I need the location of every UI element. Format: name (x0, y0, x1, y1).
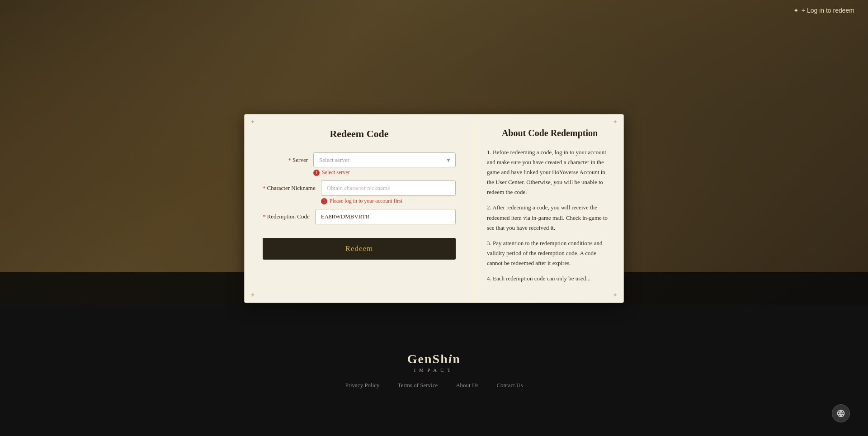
character-error-message: ! Please log in to your account first (321, 198, 456, 204)
redemption-label: *Redemption Code (263, 209, 310, 221)
character-error-text: Please log in to your account first (330, 198, 402, 204)
character-field-wrapper: ! Please log in to your account first (321, 180, 456, 204)
corner-decoration-bl: ✦ (250, 291, 255, 299)
redemption-field-wrapper (315, 209, 456, 224)
about-point-2: 2. After redeeming a code, you will rece… (487, 203, 613, 233)
login-label: + Log in to redeem (802, 7, 854, 14)
corner-decoration-br: ✦ (613, 291, 618, 299)
server-field-wrapper: Select server America Europe Asia TW, HK… (313, 152, 456, 176)
server-select[interactable]: Select server America Europe Asia TW, HK… (313, 152, 456, 167)
login-button[interactable]: ✦ + Log in to redeem (793, 7, 854, 14)
character-form-group: *Character Nickname ! Please log in to y… (263, 180, 456, 204)
about-content: 1. Before redeeming a code, log in to yo… (487, 147, 613, 284)
about-title: About Code Redemption (487, 128, 613, 138)
footer-logo: GenShin IMPACT (407, 352, 461, 373)
footer-links: Privacy Policy Terms of Service About Us… (345, 382, 523, 389)
contact-us-link[interactable]: Contact Us (496, 382, 523, 389)
about-point-3: 3. Pay attention to the redemption condi… (487, 238, 613, 268)
about-point-4: 4. Each redemption code can only be used… (487, 274, 613, 284)
header-bar: ✦ + Log in to redeem (780, 0, 868, 21)
redemption-form-group: *Redemption Code (263, 209, 456, 224)
server-form-group: *Server Select server America Europe Asi… (263, 152, 456, 176)
server-label: *Server (263, 152, 308, 164)
server-select-wrapper: Select server America Europe Asia TW, HK… (313, 152, 456, 167)
privacy-policy-link[interactable]: Privacy Policy (345, 382, 379, 389)
redeem-title: Redeem Code (263, 128, 456, 140)
server-required-star: * (288, 156, 292, 163)
redeem-button[interactable]: Redeem (263, 238, 456, 260)
redeem-modal: ✦ ✦ Redeem Code *Server Select server Am… (244, 114, 624, 303)
about-us-link[interactable]: About Us (456, 382, 478, 389)
redemption-required-star: * (263, 213, 266, 220)
about-point-1: 1. Before redeeming a code, log in to yo… (487, 147, 613, 197)
about-panel: About Code Redemption 1. Before redeemin… (474, 114, 623, 303)
footer: GenShin IMPACT Privacy Policy Terms of S… (0, 305, 868, 436)
character-error-icon: ! (321, 198, 327, 204)
footer-logo-genshin: GenShin (407, 352, 461, 366)
server-error-icon: ! (313, 170, 320, 176)
footer-logo-impact: IMPACT (414, 367, 454, 373)
redeem-form-panel: Redeem Code *Server Select server Americ… (245, 114, 474, 303)
character-required-star: * (263, 185, 266, 191)
redemption-code-input[interactable] (315, 209, 456, 224)
language-selector-button[interactable] (832, 404, 850, 422)
server-error-message: ! Select server (313, 169, 456, 176)
character-nickname-input[interactable] (321, 180, 456, 196)
login-plus-icon: ✦ (793, 7, 799, 14)
terms-of-service-link[interactable]: Terms of Service (398, 382, 438, 389)
server-error-text: Select server (322, 169, 350, 176)
character-label: *Character Nickname (263, 180, 316, 192)
